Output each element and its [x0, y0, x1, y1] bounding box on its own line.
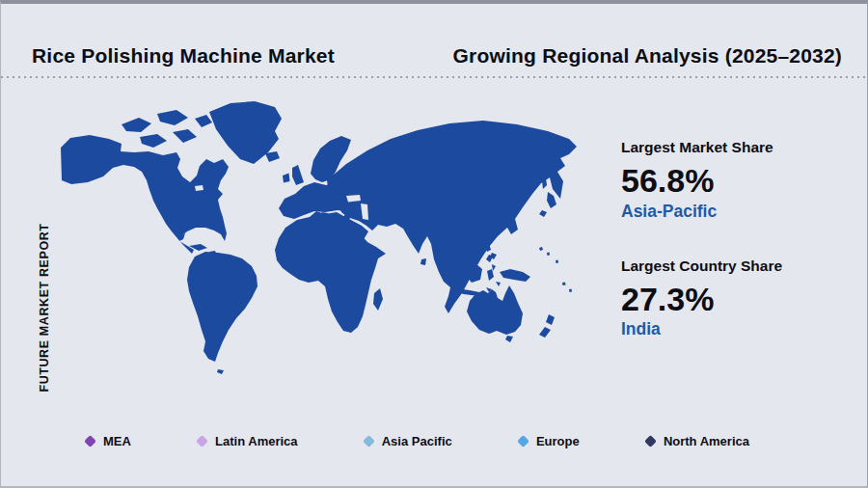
legend-item-north-america: North America	[646, 434, 749, 448]
stat-value: 56.8%	[621, 164, 853, 199]
world-map-container	[59, 91, 587, 407]
diamond-marker-icon	[196, 435, 208, 447]
pacific-islands	[539, 247, 572, 292]
diamond-marker-icon	[517, 435, 529, 447]
world-map	[59, 91, 587, 407]
continent-north-america	[61, 135, 229, 254]
new-zealand	[539, 314, 555, 338]
legend: MEA Latin America Asia Pacific Europe No…	[86, 434, 749, 448]
diamond-marker-icon	[644, 435, 657, 447]
page-subtitle: Growing Regional Analysis (2025–2032)	[453, 44, 842, 68]
legend-label: MEA	[103, 434, 131, 448]
continent-south-america	[187, 252, 258, 374]
british-isles	[283, 165, 304, 185]
dotted-divider	[1, 76, 867, 79]
stat-country-share: Largest Country Share 27.3% India	[621, 258, 853, 340]
stats-panel: Largest Market Share 56.8% Asia-Pacific …	[621, 139, 853, 375]
infographic-page: Rice Polishing Machine Market Growing Re…	[0, 0, 868, 488]
stat-market-share: Largest Market Share 56.8% Asia-Pacific	[621, 139, 853, 222]
legend-label: North America	[664, 434, 749, 448]
legend-item-asia-pacific: Asia Pacific	[365, 434, 452, 448]
legend-item-europe: Europe	[519, 434, 580, 448]
stat-label: Largest Market Share	[621, 139, 853, 156]
iceland	[265, 151, 280, 162]
stat-region: India	[621, 319, 853, 339]
stat-region: Asia-Pacific	[621, 202, 853, 222]
legend-item-mea: MEA	[86, 434, 131, 448]
diamond-marker-icon	[363, 435, 375, 447]
brand-vertical-label: FUTURE MARKET REPORT	[38, 223, 51, 392]
sri-lanka	[420, 258, 426, 265]
stat-label: Largest Country Share	[621, 258, 853, 275]
arctic-islands	[122, 110, 212, 148]
page-title: Rice Polishing Machine Market	[32, 44, 335, 68]
legend-label: Europe	[536, 434, 580, 448]
legend-label: Asia Pacific	[382, 434, 452, 448]
legend-label: Latin America	[215, 434, 298, 448]
stat-value: 27.3%	[621, 283, 853, 317]
continent-africa	[275, 211, 386, 333]
madagascar	[373, 288, 383, 311]
diamond-marker-icon	[84, 435, 96, 447]
legend-item-latin-america: Latin America	[198, 434, 298, 448]
header: Rice Polishing Machine Market Growing Re…	[1, 4, 867, 68]
